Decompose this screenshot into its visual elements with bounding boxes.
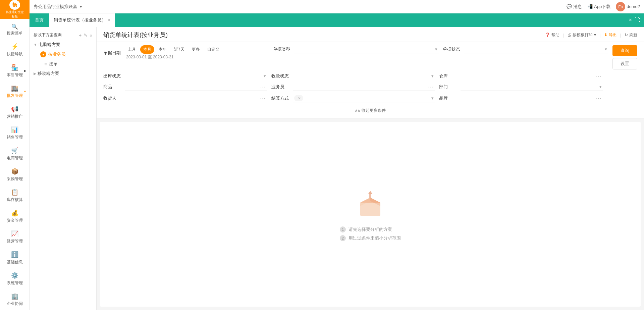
- wholesale-arrow: ▼: [23, 90, 26, 93]
- pc-group-arrow: ▼: [34, 43, 37, 47]
- salesperson-field: 业务员 ···: [271, 83, 435, 91]
- setting-btn[interactable]: 设置: [612, 58, 637, 69]
- warehouse-field: 仓库 ···: [439, 72, 603, 80]
- content-area: 1 请先选择要分析的方案 2 用过滤条件来缩小分析范围: [100, 122, 641, 307]
- salesperson-select[interactable]: ···: [293, 83, 435, 91]
- tab-close-icon[interactable]: ×: [108, 18, 110, 22]
- schema-active-icon: ●: [40, 51, 46, 57]
- search-menu-btn[interactable]: 🔍 搜索菜单: [2, 21, 27, 38]
- date-last-month-btn[interactable]: 上月: [125, 45, 139, 54]
- ecommerce-label: 电商管理: [7, 155, 23, 161]
- message-btn[interactable]: 💬 消息: [567, 4, 582, 10]
- enterprise-label: 企业协同: [7, 301, 23, 307]
- doc-status-field: 单据状态 ▾: [443, 45, 608, 53]
- date-custom-btn[interactable]: 自定义: [204, 45, 222, 54]
- collapse-up-icon: ∧∧: [355, 108, 360, 113]
- schema-item-by-salesperson[interactable]: ● 按业务员: [31, 49, 95, 59]
- print-icon: 🖨: [567, 33, 571, 37]
- settlement-select[interactable]: × ▾: [293, 94, 435, 103]
- sidebar-item-operations[interactable]: 📈 经营管理: [0, 227, 29, 248]
- empty-state: 1 请先选择要分析的方案 2 用过滤条件来缩小分析范围: [340, 188, 401, 241]
- user-avatar-btn[interactable]: Ea demo2: [616, 2, 640, 11]
- tab-expand-btn[interactable]: ⛶: [635, 17, 640, 23]
- app-download-btn[interactable]: 📲 App下载: [587, 4, 610, 10]
- date-7days-btn[interactable]: 近7天: [171, 45, 187, 54]
- page-header-actions: ❓ 帮助 | 🖨 按模板打印 ▾ | ⬇ 导出 |: [545, 32, 637, 38]
- sidebar-item-ecommerce[interactable]: 🛒 电商管理: [0, 144, 29, 164]
- doc-type-select[interactable]: ▾: [294, 45, 439, 53]
- wholesale-icon: 🏬: [11, 85, 18, 92]
- export-btn[interactable]: ⬇ 导出: [604, 32, 617, 38]
- department-label: 部门: [439, 84, 458, 90]
- filter-container: 单据日期 上月 本月 本年 近7天 更多 自定义 2023-03-01 至 20…: [97, 42, 644, 118]
- quicknav-label: 快捷导航: [7, 51, 23, 57]
- finance-label: 资金管理: [7, 218, 23, 223]
- settlement-field: 结算方式 × ▾: [271, 94, 435, 103]
- date-more-btn[interactable]: 更多: [189, 45, 203, 54]
- sidebar-item-system[interactable]: ⚙️ 系统管理: [0, 268, 29, 289]
- out-status-arrow: ▾: [264, 73, 266, 79]
- department-field: 部门 ▾: [439, 83, 603, 91]
- collapse-btn[interactable]: ∧∧ 收起更多条件: [355, 106, 386, 115]
- doc-type-arrow: ▾: [435, 47, 437, 52]
- pc-group-title[interactable]: ▼ 电脑端方案: [31, 40, 95, 49]
- sidebar-item-retail[interactable]: 🏪 零售管理 ▶: [0, 60, 29, 81]
- payment-status-select[interactable]: ▾: [293, 72, 435, 80]
- settlement-tag: ×: [294, 95, 304, 101]
- sidebar-item-inventory[interactable]: 📋 库存核算: [0, 185, 29, 206]
- brand-select[interactable]: ···: [461, 94, 603, 102]
- step-number-1: 1: [340, 226, 346, 232]
- collapse-row: ∧∧ 收起更多条件: [97, 103, 644, 118]
- svg-marker-5: [368, 191, 373, 194]
- settlement-tag-remove[interactable]: ×: [298, 96, 301, 101]
- app-logo: 畅 畅捷通好生意 标版: [0, 0, 30, 19]
- export-label: 导出: [609, 32, 617, 38]
- sidebar-item-marketing[interactable]: 📢 营销推广: [0, 102, 29, 123]
- recipient-dots: ···: [260, 96, 266, 101]
- refresh-label: 刷新: [629, 32, 637, 38]
- product-select[interactable]: ···: [125, 83, 267, 91]
- doc-status-select[interactable]: ▾: [464, 45, 608, 53]
- topbar-left: 办公用品行业模拟账套 ▾: [34, 4, 82, 10]
- warehouse-select[interactable]: ···: [461, 72, 603, 80]
- sidebar-item-purchase[interactable]: 📦 采购管理: [0, 164, 29, 185]
- salesperson-label: 业务员: [271, 84, 290, 90]
- recipient-input[interactable]: ···: [125, 94, 267, 102]
- svg-rect-0: [360, 203, 380, 216]
- help-btn[interactable]: ❓ 帮助: [545, 32, 559, 38]
- warehouse-dots: ···: [596, 73, 602, 79]
- sidebar-item-sales[interactable]: 📊 销售管理: [0, 123, 29, 144]
- sidebar-item-finance[interactable]: 💰 资金管理: [0, 206, 29, 227]
- tab-label: 销货单统计表（按业务员）: [54, 17, 106, 23]
- query-btn[interactable]: 查询: [612, 45, 637, 56]
- edit-schema-btn[interactable]: ✎: [84, 33, 88, 38]
- out-status-select[interactable]: ▾: [125, 72, 267, 80]
- left-panel-header-btns: + ✎ «: [79, 33, 92, 38]
- collapse-panel-btn[interactable]: «: [90, 33, 92, 38]
- refresh-icon: ↻: [625, 33, 628, 37]
- tabbar: 首页 销货单统计表（按业务员） × × ⛶: [30, 13, 644, 27]
- department-select[interactable]: ▾: [461, 83, 603, 91]
- sidebar-item-basic-info[interactable]: ℹ️ 基础信息: [0, 248, 29, 268]
- tab-sales-stats[interactable]: 销货单统计表（按业务员） ×: [49, 13, 115, 27]
- date-this-month-btn[interactable]: 本月: [140, 45, 154, 54]
- settlement-arrow: ▾: [431, 96, 434, 101]
- print-label: 按模板打印: [573, 32, 593, 38]
- date-this-year-btn[interactable]: 本年: [156, 45, 170, 54]
- sidebar-item-quick-nav[interactable]: ⚡ 快捷导航: [0, 40, 29, 60]
- add-schema-btn[interactable]: +: [79, 33, 82, 38]
- workspace-dropdown-icon[interactable]: ▾: [80, 4, 82, 9]
- mobile-schema-group[interactable]: ▶ 移动端方案: [31, 69, 95, 78]
- sidebar-item-wholesale[interactable]: 🏬 批发管理 ▼: [0, 81, 29, 102]
- purchase-icon: 📦: [11, 168, 18, 175]
- filter-row-3: 商品 ··· 业务员 ··· 部门: [97, 80, 644, 91]
- refresh-btn[interactable]: ↻ 刷新: [625, 32, 637, 38]
- sidebar-item-enterprise[interactable]: 🏢 企业协同: [0, 289, 29, 310]
- avatar: Ea: [616, 2, 625, 11]
- export-icon: ⬇: [604, 33, 607, 37]
- schema-sub-item-by-order[interactable]: ≡ 按单: [31, 59, 95, 69]
- print-btn[interactable]: 🖨 按模板打印 ▾: [567, 32, 596, 38]
- tab-home[interactable]: 首页: [30, 13, 49, 27]
- tab-close-window-btn[interactable]: ×: [629, 17, 632, 23]
- system-label: 系统管理: [7, 280, 23, 286]
